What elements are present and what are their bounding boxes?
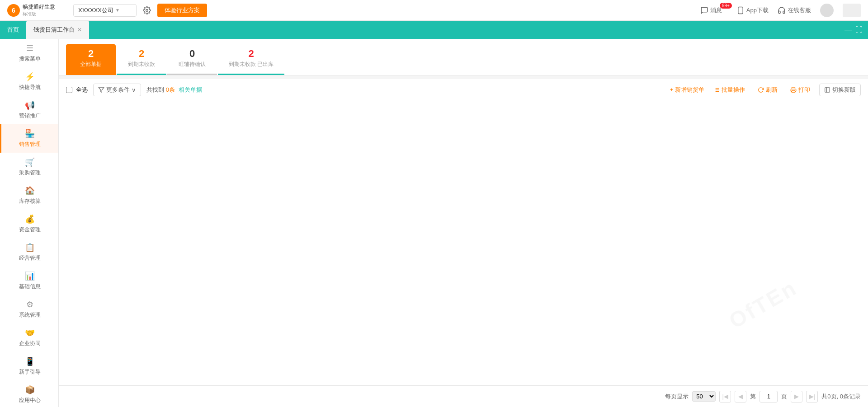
top-header: 6 畅捷通好生意 标准版 XXXXXX公司 ▼ 体验行业方案 消息 99+ [0,0,868,21]
svg-point-0 [146,9,148,11]
stat-count-pending: 0 [189,48,195,60]
page-label: 第 [750,393,756,401]
online-service-btn[interactable]: 在线客服 [778,6,811,14]
settings-icon-btn[interactable] [140,4,154,17]
stat-count-all: 2 [88,48,94,60]
stat-tab-pending[interactable]: 0 旺辅待确认 [167,44,217,75]
found-count: 0条 [166,86,175,93]
per-page-select[interactable]: 50 100 200 [692,391,716,402]
stat-label-overdue: 到期未收款 [128,61,155,68]
switch-icon [824,87,830,93]
app-download-btn[interactable]: App下载 [736,6,769,14]
message-icon [700,6,708,14]
filter-icon [98,87,104,93]
marketing-icon: 📢 [25,100,35,110]
headset-icon [778,6,786,14]
trial-btn[interactable]: 体验行业方案 [157,4,207,17]
select-all-label: 全选 [76,86,88,94]
pagination: 每页显示 50 100 200 |◀ ◀ 第 页 ▶ ▶| 共0页, 0条记录 [59,385,868,407]
batch-icon [713,87,720,93]
message-badge: 99+ [720,3,732,9]
stats-tabs: 2 全部单据 2 到期未收款 0 旺辅待确认 2 到期未收款 已出库 [59,39,868,75]
select-all-checkbox[interactable] [66,87,72,93]
search-menu-icon: ☰ [26,43,33,53]
user-info[interactable] [843,4,861,17]
svg-rect-11 [825,88,830,93]
system-icon: ⚙ [26,299,33,309]
per-page-label: 每页显示 [665,393,689,401]
enterprise-icon: 🤝 [25,328,35,338]
tab-minimize-btn[interactable]: — [844,26,852,34]
download-icon [736,6,745,14]
stat-tab-overdue[interactable]: 2 到期未收款 [117,44,166,75]
svg-marker-3 [99,88,104,93]
stat-count-overdue-out: 2 [249,48,254,60]
stat-label-all: 全部单据 [80,61,102,68]
tab-bar: 首页 钱货日清工作台 ✕ — ⛶ [0,21,868,39]
more-conditions-label: 更多条件 [106,86,130,94]
sidebar-item-finance[interactable]: 💰 资金管理 [0,210,58,238]
svg-rect-1 [738,7,743,14]
sidebar-item-quick-nav[interactable]: ⚡ 快捷导航 [0,67,58,96]
svg-rect-10 [792,91,795,93]
sidebar-item-inventory[interactable]: 🏠 库存核算 [0,181,58,210]
sidebar-item-enterprise[interactable]: 🤝 企业协同 [0,323,58,352]
sidebar-item-guide[interactable]: 📱 新手引导 [0,352,58,380]
sidebar-item-system[interactable]: ⚙ 系统管理 [0,295,58,323]
sidebar-item-search[interactable]: ☰ 搜索菜单 [0,39,58,67]
switch-version-btn[interactable]: 切换新版 [819,84,861,96]
tab-workbench[interactable]: 钱货日清工作台 ✕ [26,21,89,39]
table-area [59,101,868,385]
page-input[interactable] [760,391,778,402]
tab-expand-btn[interactable]: ⛶ [855,26,863,34]
logo-icon: 6 [7,4,20,17]
more-conditions-btn[interactable]: 更多条件 ∨ [93,84,141,96]
header-right: 消息 99+ App下载 在线客服 [700,4,861,17]
found-text: 共找到 0条 [146,86,175,94]
company-name: XXXXXX公司 [78,6,113,14]
sidebar-item-app-center[interactable]: 📦 应用中心 [0,380,58,407]
toolbar: 全选 更多条件 ∨ 共找到 0条 相关单据 + 新增销货单 [59,79,868,101]
sidebar: ☰ 搜索菜单 ⚡ 快捷导航 📢 营销推广 🏪 销售管理 🛒 采购管理 🏠 库存核… [0,39,59,407]
related-link[interactable]: 相关单据 [179,86,202,94]
quick-nav-icon: ⚡ [25,72,35,82]
inventory-icon: 🏠 [25,186,35,196]
print-icon [790,87,797,93]
sales-icon: 🏪 [25,129,35,139]
avatar[interactable] [820,4,834,17]
company-selector[interactable]: XXXXXX公司 ▼ [73,4,137,17]
stat-label-pending: 旺辅待确认 [179,61,206,68]
purchase-icon: 🛒 [25,157,35,167]
toolbar-right: + 新增销货单 批量操作 刷新 [670,84,861,96]
tab-home[interactable]: 首页 [0,21,26,39]
logo-area: 6 畅捷通好生意 标准版 [7,4,66,17]
tab-close-icon[interactable]: ✕ [77,27,82,33]
chevron-icon: ∨ [132,87,136,94]
sidebar-item-purchase[interactable]: 🛒 采购管理 [0,153,58,181]
next-page-btn[interactable]: ▶ [791,391,802,402]
new-sale-btn[interactable]: + 新增销货单 [670,86,704,94]
total-info: 共0页, 0条记录 [821,393,861,401]
stat-tab-all[interactable]: 2 全部单据 [66,44,116,75]
print-btn[interactable]: 打印 [787,84,814,96]
finance-icon: 💰 [25,214,35,224]
sidebar-item-marketing[interactable]: 📢 营销推广 [0,96,58,124]
app-center-icon: 📦 [25,385,35,395]
sidebar-item-operations[interactable]: 📋 经营管理 [0,238,58,267]
last-page-btn[interactable]: ▶| [806,391,818,402]
logo-text: 畅捷通好生意 标准版 [23,4,55,17]
stat-tab-overdue-out[interactable]: 2 到期未收款 已出库 [218,44,284,75]
app-download-label: App下载 [746,6,769,14]
first-page-btn[interactable]: |◀ [719,391,731,402]
guide-icon: 📱 [25,356,35,366]
message-btn[interactable]: 消息 99+ [700,6,727,14]
sidebar-item-basic-info[interactable]: 📊 基础信息 [0,267,58,295]
sidebar-item-sales[interactable]: 🏪 销售管理 [0,124,58,153]
refresh-label: 刷新 [766,86,778,94]
refresh-btn[interactable]: 刷新 [754,84,781,96]
page-unit: 页 [781,393,787,401]
chevron-down-icon: ▼ [115,8,120,13]
batch-op-btn[interactable]: 批量操作 [710,84,749,96]
content-area: 2 全部单据 2 到期未收款 0 旺辅待确认 2 到期未收款 已出库 全选 [59,39,868,407]
prev-page-btn[interactable]: ◀ [735,391,746,402]
